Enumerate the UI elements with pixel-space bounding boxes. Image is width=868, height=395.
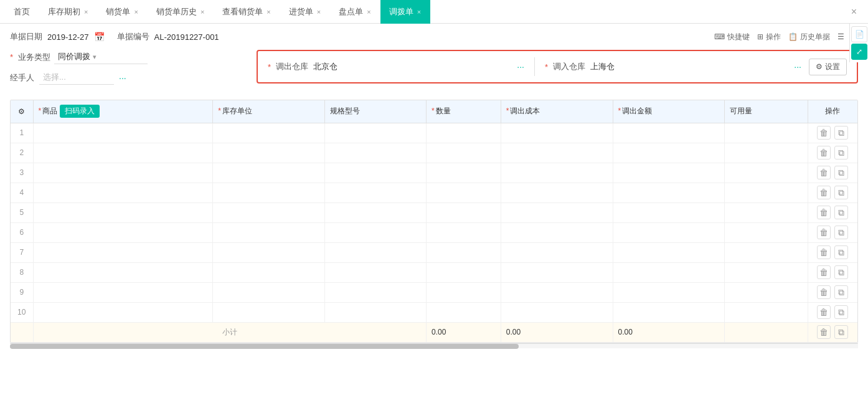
row-quantity-cell[interactable] (427, 262, 501, 282)
tab-close-purchase-order[interactable]: × (317, 8, 321, 16)
tab-close-sales-order[interactable]: × (134, 8, 138, 16)
row-available-cell[interactable] (725, 123, 808, 143)
row-unit-cell[interactable] (213, 242, 325, 262)
row-copy-icon[interactable]: ⧉ (834, 285, 848, 299)
row-quantity-cell[interactable] (427, 242, 501, 262)
row-unit-cell[interactable] (213, 222, 325, 242)
handler-ellipsis-button[interactable]: ··· (119, 73, 126, 83)
row-available-cell[interactable] (725, 143, 808, 163)
row-spec-cell[interactable] (324, 123, 426, 143)
row-delete-icon[interactable]: 🗑 (817, 226, 831, 239)
row-copy-icon[interactable]: ⧉ (834, 146, 848, 159)
business-type-select[interactable]: 同价调拨 ▾ (54, 50, 148, 64)
scan-button[interactable]: 扫码录入 (60, 105, 100, 118)
row-delete-icon[interactable]: 🗑 (817, 305, 831, 319)
tab-item-inventory-init[interactable]: 库存期初× (39, 0, 97, 24)
row-spec-cell[interactable] (324, 143, 426, 163)
tab-item-home[interactable]: 首页 (5, 0, 39, 24)
row-unit-cell[interactable] (213, 302, 325, 322)
row-copy-icon[interactable]: ⧉ (834, 325, 848, 339)
row-amount-cell[interactable] (613, 302, 725, 322)
row-product-cell[interactable] (33, 123, 213, 143)
tab-close-transfer-order[interactable]: × (417, 8, 421, 16)
row-copy-icon[interactable]: ⧉ (834, 265, 848, 279)
row-quantity-cell[interactable] (427, 183, 501, 202)
row-amount-cell[interactable] (613, 202, 725, 222)
row-copy-icon[interactable]: ⧉ (834, 245, 848, 259)
row-copy-icon[interactable]: ⧉ (834, 305, 848, 319)
row-delete-icon[interactable]: 🗑 (817, 126, 831, 140)
row-product-cell[interactable] (33, 183, 213, 202)
row-cost-cell[interactable] (501, 242, 613, 262)
row-delete-icon[interactable]: 🗑 (817, 265, 831, 279)
panel-expand-button[interactable]: ⤢ (851, 44, 867, 60)
tab-item-sales-order[interactable]: 销货单× (97, 0, 147, 24)
list-view-button[interactable]: ☰ (837, 32, 844, 41)
row-available-cell[interactable] (725, 262, 808, 282)
row-copy-icon[interactable]: ⧉ (834, 186, 848, 199)
transfer-in-ellipsis-button[interactable]: ··· (794, 62, 801, 72)
row-quantity-cell[interactable] (427, 143, 501, 163)
row-unit-cell[interactable] (213, 282, 325, 302)
row-cost-cell[interactable] (501, 143, 613, 163)
row-product-cell[interactable] (33, 262, 213, 282)
row-product-cell[interactable] (33, 202, 213, 222)
row-cost-cell[interactable] (501, 123, 613, 143)
tab-item-view-sales[interactable]: 查看销货单× (214, 0, 280, 24)
transfer-out-ellipsis-button[interactable]: ··· (517, 62, 524, 72)
row-unit-cell[interactable] (213, 202, 325, 222)
row-cost-cell[interactable] (501, 302, 613, 322)
row-spec-cell[interactable] (324, 202, 426, 222)
row-delete-icon[interactable]: 🗑 (817, 325, 831, 339)
window-close-button[interactable]: × (845, 6, 863, 17)
row-available-cell[interactable] (725, 302, 808, 322)
row-unit-cell[interactable] (213, 123, 325, 143)
row-spec-cell[interactable] (324, 183, 426, 202)
row-quantity-cell[interactable] (427, 202, 501, 222)
shortcuts-button[interactable]: ⌨ 快捷键 (714, 32, 750, 42)
row-available-cell[interactable] (725, 282, 808, 302)
tab-item-inventory-check[interactable]: 盘点单× (330, 0, 380, 24)
row-cost-cell[interactable] (501, 202, 613, 222)
row-available-cell[interactable] (725, 222, 808, 242)
row-quantity-cell[interactable] (427, 123, 501, 143)
history-button[interactable]: 📋 历史单据 (788, 32, 830, 42)
row-product-cell[interactable] (33, 302, 213, 322)
th-settings[interactable]: ⚙ (11, 100, 33, 123)
row-available-cell[interactable] (725, 202, 808, 222)
row-unit-cell[interactable] (213, 262, 325, 282)
row-unit-cell[interactable] (213, 143, 325, 163)
tab-item-purchase-order[interactable]: 进货单× (280, 0, 330, 24)
row-delete-icon[interactable]: 🗑 (817, 146, 831, 159)
row-cost-cell[interactable] (501, 282, 613, 302)
row-delete-icon[interactable]: 🗑 (817, 245, 831, 259)
row-delete-icon[interactable]: 🗑 (817, 285, 831, 299)
settings-button[interactable]: ⚙ 设置 (809, 59, 847, 75)
row-delete-icon[interactable]: 🗑 (817, 206, 831, 219)
row-product-cell[interactable] (33, 282, 213, 302)
tab-close-inventory-check[interactable]: × (367, 8, 370, 16)
row-cost-cell[interactable] (501, 262, 613, 282)
row-delete-icon[interactable]: 🗑 (817, 166, 831, 179)
row-amount-cell[interactable] (613, 262, 725, 282)
panel-doc-button[interactable]: 📄 (851, 26, 867, 42)
row-spec-cell[interactable] (324, 163, 426, 183)
row-spec-cell[interactable] (324, 242, 426, 262)
row-spec-cell[interactable] (324, 222, 426, 242)
row-product-cell[interactable] (33, 163, 213, 183)
row-amount-cell[interactable] (613, 282, 725, 302)
row-spec-cell[interactable] (324, 262, 426, 282)
row-cost-cell[interactable] (501, 163, 613, 183)
row-copy-icon[interactable]: ⧉ (834, 166, 848, 179)
calendar-icon[interactable]: 📅 (94, 32, 105, 42)
row-amount-cell[interactable] (613, 242, 725, 262)
tab-close-sales-history[interactable]: × (200, 8, 204, 16)
row-delete-icon[interactable]: 🗑 (817, 186, 831, 199)
row-copy-icon[interactable]: ⧉ (834, 206, 848, 219)
row-amount-cell[interactable] (613, 222, 725, 242)
row-amount-cell[interactable] (613, 163, 725, 183)
row-available-cell[interactable] (725, 163, 808, 183)
row-quantity-cell[interactable] (427, 282, 501, 302)
row-spec-cell[interactable] (324, 282, 426, 302)
row-cost-cell[interactable] (501, 222, 613, 242)
